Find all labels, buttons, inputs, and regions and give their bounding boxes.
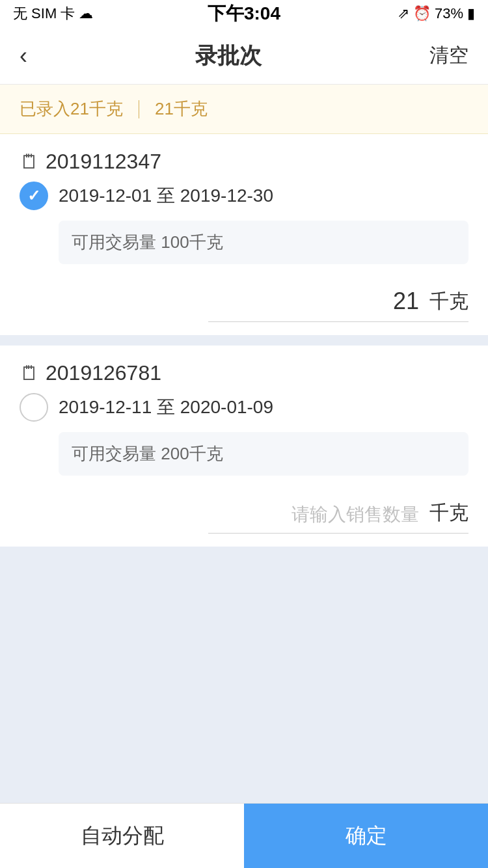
batch-item-2: 🗒 2019126781 2019-12-11 至 2020-01-09 可用交… bbox=[0, 346, 488, 486]
radio-1[interactable] bbox=[20, 182, 48, 210]
back-button[interactable]: ‹ bbox=[20, 42, 27, 70]
input-section-1: 千克 bbox=[0, 275, 488, 335]
qty-unit-2: 千克 bbox=[429, 500, 468, 526]
batch-row-1: 2019-12-01 至 2019-12-30 bbox=[20, 182, 468, 210]
status-left: 无 SIM 卡 ☁ bbox=[13, 4, 93, 23]
location-icon: ⇗ bbox=[398, 5, 409, 22]
status-bar: 无 SIM 卡 ☁ 下午3:04 ⇗ ⏰ 73% ▮ bbox=[0, 0, 488, 27]
footer: 自动分配 确定 bbox=[0, 803, 488, 868]
available-qty-2: 可用交易量 200千克 bbox=[59, 432, 468, 476]
batch-date-2: 2019-12-11 至 2020-01-09 bbox=[59, 395, 273, 420]
batch-item-1: 🗒 2019112347 2019-12-01 至 2019-12-30 可用交… bbox=[0, 134, 488, 275]
batch-row-2: 2019-12-11 至 2020-01-09 bbox=[20, 393, 468, 422]
batch-header-1: 🗒 2019112347 bbox=[20, 150, 468, 174]
status-right: ⇗ ⏰ 73% ▮ bbox=[398, 5, 475, 22]
no-sim-text: 无 SIM 卡 ☁ bbox=[13, 4, 93, 23]
summary-label: 已录入21千克 bbox=[20, 98, 123, 120]
batch-date-1: 2019-12-01 至 2019-12-30 bbox=[59, 183, 273, 208]
radio-2[interactable] bbox=[20, 393, 48, 422]
batch-id-1: 2019112347 bbox=[46, 150, 161, 174]
section-separator bbox=[0, 335, 488, 346]
clear-button[interactable]: 清空 bbox=[429, 42, 468, 69]
alarm-icon: ⏰ bbox=[413, 5, 431, 22]
batch-id-2: 2019126781 bbox=[46, 361, 161, 385]
nav-bar: ‹ 录批次 清空 bbox=[0, 27, 488, 85]
qty-input-2[interactable] bbox=[127, 499, 419, 526]
qty-input-1[interactable] bbox=[127, 288, 419, 315]
battery-text: 73% bbox=[435, 5, 463, 22]
summary-divider bbox=[139, 100, 139, 118]
summary-value: 21千克 bbox=[155, 98, 208, 120]
batch-header-2: 🗒 2019126781 bbox=[20, 361, 468, 385]
qty-unit-1: 千克 bbox=[429, 288, 468, 315]
input-section-2: 千克 bbox=[0, 486, 488, 547]
battery-icon: ▮ bbox=[467, 5, 475, 22]
input-inner-1: 千克 bbox=[20, 275, 468, 321]
available-qty-1: 可用交易量 100千克 bbox=[59, 221, 468, 264]
input-inner-2: 千克 bbox=[20, 486, 468, 533]
page-title: 录批次 bbox=[195, 41, 262, 71]
status-time: 下午3:04 bbox=[208, 1, 280, 26]
batch-icon-1: 🗒 bbox=[20, 151, 39, 173]
confirm-button[interactable]: 确定 bbox=[244, 804, 488, 868]
auto-distribute-button[interactable]: 自动分配 bbox=[0, 804, 244, 868]
batch-icon-2: 🗒 bbox=[20, 362, 39, 385]
summary-bar: 已录入21千克 21千克 bbox=[0, 85, 488, 134]
